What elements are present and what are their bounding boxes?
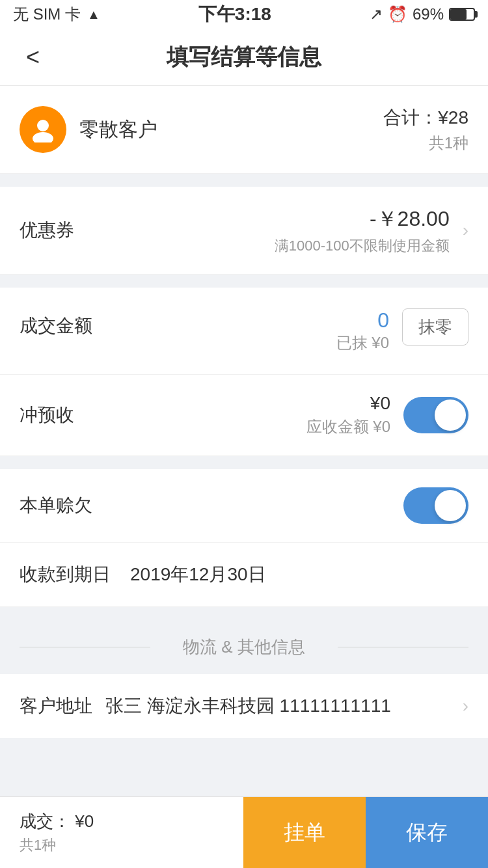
header-line-right: [338, 647, 468, 647]
address-chevron-icon: ›: [463, 696, 468, 716]
header-line-left: [20, 647, 150, 647]
advance-receivable: 应收金额 ¥0: [306, 416, 390, 437]
coupon-right: -￥28.00 满1000-100不限制使用金额 ›: [74, 205, 468, 256]
avatar: [20, 106, 66, 153]
status-left: 无 SIM 卡 ▲: [13, 4, 100, 25]
advance-amounts: ¥0 应收金额 ¥0: [306, 393, 390, 437]
customer-right: 合计：¥28 共1种: [383, 105, 468, 154]
due-date-value: 2019年12月30日: [130, 562, 266, 587]
advance-toggle[interactable]: [403, 397, 468, 433]
transaction-right: 0 已抹 ¥0 抹零: [336, 308, 468, 353]
divider1: [0, 174, 488, 187]
carrier-label: 无 SIM 卡: [13, 4, 81, 25]
person-icon: [30, 116, 56, 142]
already-zeroed: 已抹 ¥0: [336, 332, 389, 353]
status-right: ↗ ⏰ 69%: [370, 5, 475, 23]
customer-name: 零散客户: [79, 116, 157, 143]
transaction-row: 成交金额 0 已抹 ¥0 抹零: [0, 288, 488, 375]
address-row[interactable]: 客户地址 张三 海淀永丰科技园 11111111111 ›: [0, 674, 488, 738]
svg-point-0: [37, 120, 49, 131]
status-time: 下午3:18: [198, 2, 271, 27]
logistics-label: 物流 & 其他信息: [183, 636, 305, 658]
discount-desc: 满1000-100不限制使用金额: [275, 236, 450, 256]
transaction-label: 成交金额: [20, 314, 92, 338]
round-zero-button[interactable]: 抹零: [402, 308, 468, 346]
customer-count: 共1种: [383, 133, 468, 154]
toggle-thumb: [435, 400, 466, 431]
coupon-row[interactable]: 优惠券 -￥28.00 满1000-100不限制使用金额 ›: [0, 187, 488, 275]
debit-label: 本单赊欠: [20, 493, 92, 518]
bottom-transaction-value: ¥0: [75, 811, 94, 831]
battery-percent: 69%: [413, 5, 444, 23]
bottom-transaction-label: 成交：: [20, 811, 70, 831]
hang-button[interactable]: 挂单: [243, 797, 366, 869]
debit-toggle-thumb: [435, 490, 466, 521]
save-button[interactable]: 保存: [366, 797, 488, 869]
back-button[interactable]: <: [20, 37, 46, 77]
logistics-section-header: 物流 & 其他信息: [0, 620, 488, 674]
location-icon: ↗: [370, 5, 383, 23]
divider2: [0, 275, 488, 288]
customer-row: 零散客户 合计：¥28 共1种: [0, 86, 488, 174]
content: 零散客户 合计：¥28 共1种 优惠券 -￥28.00 满1000-100不限制…: [0, 86, 488, 868]
debit-toggle[interactable]: [403, 487, 468, 524]
address-label: 客户地址: [20, 694, 92, 718]
svg-point-1: [33, 132, 53, 142]
advance-amount: ¥0: [306, 393, 390, 414]
advance-row: 冲预收 ¥0 应收金额 ¥0: [0, 375, 488, 456]
divider4: [0, 607, 488, 620]
coupon-label: 优惠券: [20, 218, 74, 243]
nav-bar: < 填写结算等信息: [0, 29, 488, 86]
bottom-transaction: 成交： ¥0: [20, 810, 224, 833]
bottom-info: 成交： ¥0 共1种: [0, 810, 243, 855]
bottom-count: 共1种: [20, 835, 224, 855]
debit-right: [403, 487, 468, 524]
address-value: 张三 海淀永丰科技园 11111111111: [105, 694, 456, 718]
wifi-icon: ▲: [87, 7, 100, 22]
due-date-label: 收款到期日: [20, 562, 111, 587]
debit-row: 本单赊欠: [0, 469, 488, 543]
chevron-right-icon: ›: [463, 220, 468, 241]
page-title: 填写结算等信息: [167, 42, 321, 72]
alarm-icon: ⏰: [388, 5, 407, 23]
coupon-value: -￥28.00 满1000-100不限制使用金额: [275, 205, 450, 256]
divider3: [0, 456, 488, 469]
advance-label: 冲预收: [20, 403, 74, 427]
status-bar: 无 SIM 卡 ▲ 下午3:18 ↗ ⏰ 69%: [0, 0, 488, 29]
bottom-bar: 成交： ¥0 共1种 挂单 保存: [0, 796, 488, 868]
due-date-row: 收款到期日 2019年12月30日: [0, 543, 488, 607]
customer-left: 零散客户: [20, 106, 157, 153]
battery-icon: [449, 8, 475, 21]
customer-total: 合计：¥28: [383, 105, 468, 130]
discount-amount: -￥28.00: [275, 205, 450, 234]
transaction-value: 0: [336, 308, 389, 332]
